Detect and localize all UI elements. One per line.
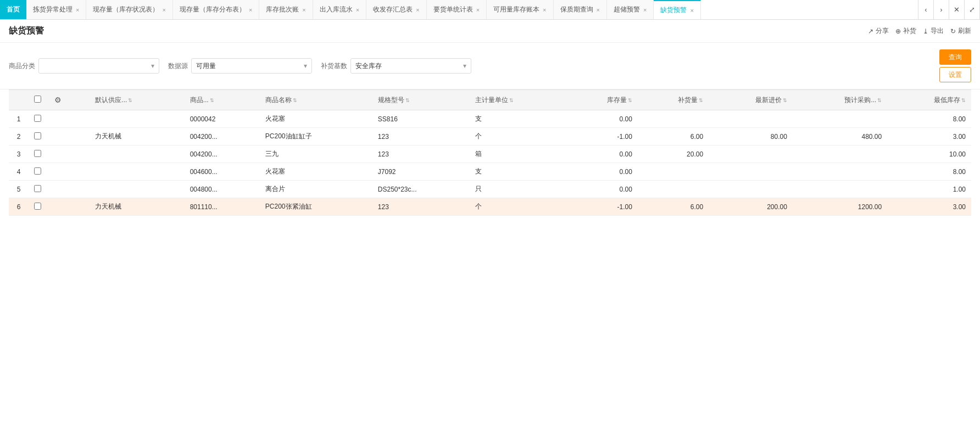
filter-area: 商品分类 ▾ 数据源 可用量 ▾ 补货基数 安全库存 ▾ 查询 设置	[0, 43, 980, 89]
tab-close-collect-summary[interactable]: ×	[416, 7, 419, 13]
tab-inventory-dist[interactable]: 现存量（库存分布表）×	[173, 0, 259, 20]
tab-close-button[interactable]: ✕	[949, 0, 965, 20]
tab-label-inventory-status: 现存量（库存状况表）	[93, 5, 159, 14]
query-button[interactable]: 查询	[939, 49, 971, 65]
cell-unit-2: 箱	[470, 145, 566, 163]
table-row: 6力天机械801110...PC200张紧油缸123个-1.006.00200.…	[9, 198, 971, 216]
datasource-select-value: 可用量	[196, 61, 216, 71]
cell-name-1: PC200油缸缸子	[260, 128, 372, 145]
sort-icon-stock: ⇅	[628, 98, 632, 103]
row-checkbox-1[interactable]	[34, 132, 41, 139]
supplement-button[interactable]: ⊕ 补货	[895, 26, 916, 36]
tab-label-batch: 库存批次账	[266, 5, 299, 14]
col-header-stock[interactable]: 库存量⇅	[567, 90, 638, 110]
select-all-checkbox[interactable]	[34, 96, 41, 103]
tab-home[interactable]: 首页	[0, 0, 26, 20]
tab-prev-button[interactable]: ‹	[918, 0, 934, 20]
col-label-supplement: 补货量	[678, 96, 698, 104]
tab-close-abnormal[interactable]: ×	[76, 7, 79, 13]
tab-collect-summary[interactable]: 收发存汇总表×	[366, 0, 426, 20]
cell-estimate_purchase-0	[793, 110, 887, 128]
refresh-button[interactable]: ↻ 刷新	[950, 26, 971, 36]
tab-batch[interactable]: 库存批次账×	[259, 0, 313, 20]
col-header-supplement[interactable]: 补货量⇅	[638, 90, 709, 110]
tab-close-inout-flow[interactable]: ×	[356, 7, 359, 13]
row-checkbox-4[interactable]	[34, 185, 41, 192]
cell-supplier-0	[90, 110, 184, 128]
tab-close-demand-stat[interactable]: ×	[476, 7, 480, 13]
share-button[interactable]: ↗ 分享	[868, 26, 889, 36]
cell-stock-5: -1.00	[567, 198, 638, 216]
tab-close-shortage[interactable]: ×	[690, 7, 693, 14]
datasource-select[interactable]: 可用量 ▾	[191, 58, 312, 74]
col-header-unit[interactable]: 主计量单位⇅	[470, 90, 566, 110]
table-settings-icon[interactable]: ⚙	[52, 94, 63, 105]
supplement-base-label: 补货基数	[321, 61, 347, 71]
tab-demand-stat[interactable]: 要货单统计表×	[427, 0, 487, 20]
col-header-code[interactable]: 商品...⇅	[185, 90, 260, 110]
tab-expand-button[interactable]: ⤢	[965, 0, 980, 20]
col-label-stock: 库存量	[607, 96, 627, 104]
col-header-min_stock[interactable]: 最低库存⇅	[887, 90, 971, 110]
col-header-checkbox[interactable]	[29, 90, 47, 110]
tab-inout-flow[interactable]: 出入库流水×	[313, 0, 366, 20]
tab-label-available-ledger: 可用量库存账本	[493, 5, 539, 14]
cell-checkbox-2	[29, 145, 47, 163]
tab-abnormal[interactable]: 拣货异常处理×	[26, 0, 86, 20]
tab-close-available-ledger[interactable]: ×	[543, 7, 546, 13]
cell-latest_price-5: 200.00	[709, 198, 793, 216]
row-checkbox-5[interactable]	[34, 203, 41, 210]
cell-name-3: 火花塞	[260, 163, 372, 181]
filter-actions: 查询 设置	[939, 49, 971, 82]
tab-nav-buttons: ‹ › ✕ ⤢	[918, 0, 980, 20]
tab-label-overstock: 超储预警	[614, 5, 640, 14]
cell-code-3: 004600...	[185, 163, 260, 181]
category-select[interactable]: ▾	[38, 58, 159, 74]
col-header-supplier[interactable]: 默认供应...⇅	[90, 90, 184, 110]
cell-settings-3	[47, 163, 90, 181]
col-header-estimate_purchase[interactable]: 预计采购...⇅	[793, 90, 887, 110]
tab-close-inventory-dist[interactable]: ×	[249, 7, 252, 13]
cell-latest_price-1: 80.00	[709, 128, 793, 145]
cell-code-5: 801110...	[185, 198, 260, 216]
supplement-icon: ⊕	[895, 27, 901, 35]
col-header-latest_price[interactable]: 最新进价⇅	[709, 90, 793, 110]
col-label-min_stock: 最低库存	[934, 96, 960, 104]
cell-min_stock-1: 3.00	[887, 128, 971, 145]
cell-latest_price-2	[709, 145, 793, 163]
col-header-index[interactable]	[9, 90, 29, 110]
cell-latest_price-0	[709, 110, 793, 128]
sort-icon-code: ⇅	[210, 98, 214, 103]
col-header-name[interactable]: 商品名称⇅	[260, 90, 372, 110]
export-button[interactable]: ⤓ 导出	[923, 26, 944, 36]
datasource-dropdown-icon: ▾	[304, 62, 307, 70]
refresh-icon: ↻	[950, 27, 956, 35]
tab-close-batch[interactable]: ×	[302, 7, 305, 13]
row-checkbox-2[interactable]	[34, 150, 41, 157]
tab-close-inventory-status[interactable]: ×	[162, 7, 165, 13]
row-checkbox-3[interactable]	[34, 167, 41, 175]
settings-button[interactable]: 设置	[939, 67, 971, 82]
cell-stock-3: 0.00	[567, 163, 638, 181]
row-checkbox-0[interactable]	[34, 115, 41, 122]
col-header-settings[interactable]: ⚙	[47, 90, 90, 110]
cell-stock-1: -1.00	[567, 128, 638, 145]
col-label-supplier: 默认供应...	[95, 96, 127, 104]
supplement-base-select[interactable]: 安全库存 ▾	[350, 58, 471, 74]
tab-inventory-status[interactable]: 现存量（库存状况表）×	[86, 0, 172, 20]
sort-icon-min_stock: ⇅	[961, 98, 966, 103]
tab-close-overstock[interactable]: ×	[643, 7, 647, 13]
tab-close-expiry-query[interactable]: ×	[597, 7, 600, 13]
cell-unit-0: 支	[470, 110, 566, 128]
tab-available-ledger[interactable]: 可用量库存账本×	[487, 0, 553, 20]
sort-icon-supplier: ⇅	[128, 98, 132, 103]
cell-min_stock-3: 8.00	[887, 163, 971, 181]
tab-overstock[interactable]: 超储预警×	[607, 0, 654, 20]
cell-min_stock-5: 3.00	[887, 198, 971, 216]
tab-expiry-query[interactable]: 保质期查询×	[554, 0, 607, 20]
tab-shortage[interactable]: 缺货预警×	[654, 0, 700, 20]
page-content: 缺货预警 ↗ 分享 ⊕ 补货 ⤓ 导出 ↻ 刷新 商品分类	[0, 20, 980, 437]
tab-next-button[interactable]: ›	[934, 0, 949, 20]
col-header-spec[interactable]: 规格型号⇅	[372, 90, 470, 110]
cell-index-4: 5	[9, 181, 29, 198]
